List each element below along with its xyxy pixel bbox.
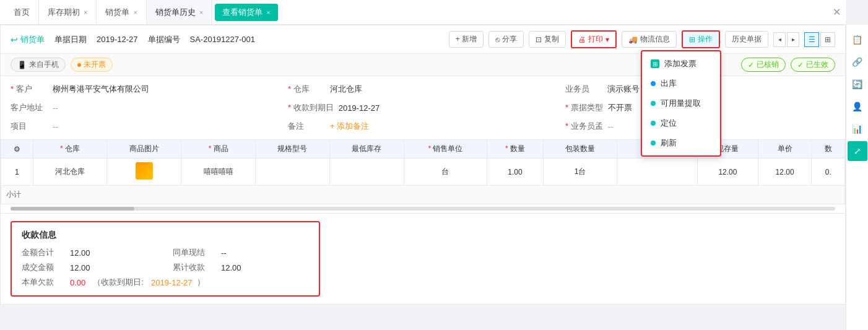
status-effective[interactable]: ✓ 已生效 xyxy=(791,58,835,72)
tab-inventory-label: 库存期初 xyxy=(48,7,80,18)
sales-staff-label: 业务员孟 xyxy=(565,121,603,132)
tab-sales-history[interactable]: 销货单历史 × xyxy=(147,0,212,24)
dropdown-locate[interactable]: 定位 xyxy=(642,113,720,133)
row-amount: 0. xyxy=(812,158,845,186)
row-product: 嘻嘻嘻嘻 xyxy=(181,158,256,186)
th-amount: 数 xyxy=(812,140,845,158)
sidebar-expand-icon[interactable]: ⤢ xyxy=(848,141,867,161)
list-view-btn[interactable]: ☰ xyxy=(804,32,819,47)
verified-label: 已核销 xyxy=(757,59,779,70)
payment-title: 收款信息 xyxy=(22,230,309,241)
row-index: 1 xyxy=(1,158,33,186)
dropdown-refresh[interactable]: 刷新 xyxy=(642,133,720,153)
sidebar-link-icon[interactable]: 🔗 xyxy=(848,52,867,72)
payment-total-value: 12.00 xyxy=(70,248,90,258)
operations-btn[interactable]: ⊞ 操作 xyxy=(682,30,720,48)
payment-owed-label: 本单欠款 xyxy=(22,277,65,288)
row-pack-qty: 1台 xyxy=(543,158,617,186)
doc-header: ↩ 销货单 单据日期 2019-12-27 单据编号 SA-20191227-0… xyxy=(1,25,845,54)
share-btn[interactable]: ⎋ 分享 xyxy=(488,31,524,48)
row-min-stock xyxy=(329,158,404,186)
dropdown-add-invoice[interactable]: ⊞ 添加发票 xyxy=(642,54,720,74)
doc-title-text: 销货单 xyxy=(20,34,45,45)
payment-same-settlement-label: 同单现结 xyxy=(173,247,216,258)
sidebar-chart-icon[interactable]: 📊 xyxy=(848,119,867,139)
mobile-label: 来自手机 xyxy=(29,59,59,70)
tab-view-sales-close[interactable]: × xyxy=(266,9,270,16)
tab-home[interactable]: 首页 xyxy=(5,0,39,24)
tab-inventory-init[interactable]: 库存期初 × xyxy=(39,0,97,24)
payment-total-label: 金额合计 xyxy=(22,247,65,258)
payment-deal-amount-value: 12.00 xyxy=(70,263,90,272)
status-mobile[interactable]: 📱 来自手机 xyxy=(11,58,66,72)
tab-sales-order[interactable]: 销货单 × xyxy=(97,0,146,24)
date-value: 2019-12-27 xyxy=(97,35,138,44)
effective-label: 已生效 xyxy=(806,59,828,70)
tab-view-sales[interactable]: 查看销货单 × xyxy=(215,4,278,21)
grid-view-btn[interactable]: ⊞ xyxy=(820,32,835,47)
effective-icon: ✓ xyxy=(797,61,804,69)
payment-owed-paren: ） xyxy=(197,277,205,288)
customer-label: 客户 xyxy=(11,84,48,95)
row-quantity: 1.00 xyxy=(487,158,543,186)
sidebar-doc-icon[interactable]: 📋 xyxy=(848,30,867,50)
row-spec xyxy=(256,158,330,186)
new-btn[interactable]: + 新增 xyxy=(449,31,484,48)
row-sales-unit: 台 xyxy=(404,158,487,186)
status-verified[interactable]: ✓ 已核销 xyxy=(741,58,786,72)
staff-value: 演示账号 xyxy=(607,84,640,95)
payment-section: 收款信息 金额合计 12.00 同单现结 -- 成交金额 12.00 累计收款 … xyxy=(11,221,320,297)
tab-sales-history-close[interactable]: × xyxy=(199,9,203,16)
add-note-btn[interactable]: + 添加备注 xyxy=(330,121,369,132)
next-btn[interactable]: ▸ xyxy=(787,32,799,47)
no-invoice-dot xyxy=(77,63,81,67)
prev-btn[interactable]: ◂ xyxy=(773,32,786,47)
warehouse-label: 仓库 xyxy=(288,84,325,95)
subtotal-row: 小计 xyxy=(1,186,845,204)
address-value: -- xyxy=(53,103,58,113)
status-no-invoice[interactable]: 未开票 xyxy=(71,58,113,72)
payment-cumulative-label: 累计收款 xyxy=(173,262,216,273)
th-unit-price: 单价 xyxy=(758,140,812,158)
date-label: 单据日期 xyxy=(54,34,87,45)
tab-sales-order-label: 销货单 xyxy=(105,7,129,18)
logistics-btn[interactable]: 🚚 物流信息 xyxy=(622,31,677,48)
main-content: ↩ 销货单 单据日期 2019-12-27 单据编号 SA-20191227-0… xyxy=(0,25,846,305)
sidebar-refresh-icon[interactable]: 🔄 xyxy=(848,74,867,94)
print-icon: 🖨 xyxy=(578,35,586,44)
print-btn[interactable]: 🖨 打印 ▾ xyxy=(571,30,617,48)
doc-meta: 单据日期 2019-12-27 单据编号 SA-20191227-001 xyxy=(54,34,255,45)
tab-sales-order-close[interactable]: × xyxy=(133,9,137,16)
copy-icon: ⊡ xyxy=(536,35,542,44)
payment-deal-amount-row: 成交金额 12.00 xyxy=(22,262,158,273)
sales-staff-value: -- xyxy=(608,122,614,131)
tab-inventory-close[interactable]: × xyxy=(84,9,87,16)
tab-bar-close-btn[interactable]: ✕ xyxy=(833,6,841,18)
th-quantity: 数量 xyxy=(487,140,543,158)
ticket-type-value: 不开票 xyxy=(608,102,632,113)
refresh-label: 刷新 xyxy=(661,137,677,149)
address-label: 客户地址 xyxy=(11,102,48,113)
row-image xyxy=(107,158,181,186)
row-unit-price: 12.00 xyxy=(758,158,812,186)
payment-owed-row: 本单欠款 0.00 （收款到期日: 2019-12-27 ） xyxy=(22,277,309,288)
locate-label: 定位 xyxy=(661,118,677,129)
th-warehouse: 仓库 xyxy=(33,140,107,158)
due-date-field: 收款到期日 2019-12-27 xyxy=(288,102,558,113)
operations-wrapper: ⊞ 操作 ⊞ 添加发票 出库 xyxy=(682,30,720,48)
refresh-icon xyxy=(651,141,656,145)
tab-sales-history-label: 销货单历史 xyxy=(155,7,196,18)
scroll-indicator[interactable] xyxy=(11,207,835,211)
view-toggle: ☰ ⊞ xyxy=(804,32,835,47)
dropdown-ship-out[interactable]: 出库 xyxy=(642,74,720,93)
number-label: 单据编号 xyxy=(148,34,180,45)
copy-btn[interactable]: ⊡ 复制 xyxy=(529,31,566,48)
history-btn[interactable]: 历史单据 xyxy=(725,31,768,48)
print-btn-wrapper: 🖨 打印 ▾ xyxy=(571,30,617,48)
note-field: 备注 + 添加备注 xyxy=(288,121,558,132)
dropdown-available-qty[interactable]: 可用量提取 xyxy=(642,93,720,113)
tab-home-label: 首页 xyxy=(14,7,30,18)
sidebar-user-icon[interactable]: 👤 xyxy=(848,97,867,116)
th-settings[interactable]: ⚙ xyxy=(1,140,33,158)
payment-grid: 金额合计 12.00 同单现结 -- 成交金额 12.00 累计收款 12.00… xyxy=(22,247,309,288)
